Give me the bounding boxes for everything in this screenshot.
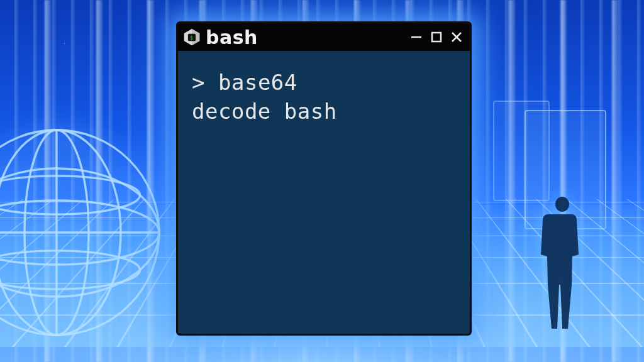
globe-wireframe	[0, 126, 164, 339]
bash-shell-icon: $	[183, 28, 201, 46]
terminal-body[interactable]: > base64 decode bash	[178, 51, 470, 334]
window-controls	[409, 30, 464, 44]
terminal-window: $ bash > base64 decode bash	[176, 21, 472, 336]
svg-rect-14	[432, 33, 441, 41]
svg-point-8	[0, 251, 140, 289]
close-button[interactable]	[450, 30, 464, 44]
person-silhouette	[540, 197, 584, 332]
svg-text:$: $	[190, 35, 193, 41]
prompt-symbol: >	[192, 70, 205, 95]
maximize-button[interactable]	[430, 30, 443, 44]
svg-point-7	[0, 176, 140, 214]
command-text: base64	[218, 70, 297, 95]
command-text: decode bash	[192, 99, 337, 124]
titlebar[interactable]: $ bash	[178, 23, 470, 51]
minimize-button[interactable]	[409, 30, 423, 44]
window-title: bash	[206, 26, 258, 48]
